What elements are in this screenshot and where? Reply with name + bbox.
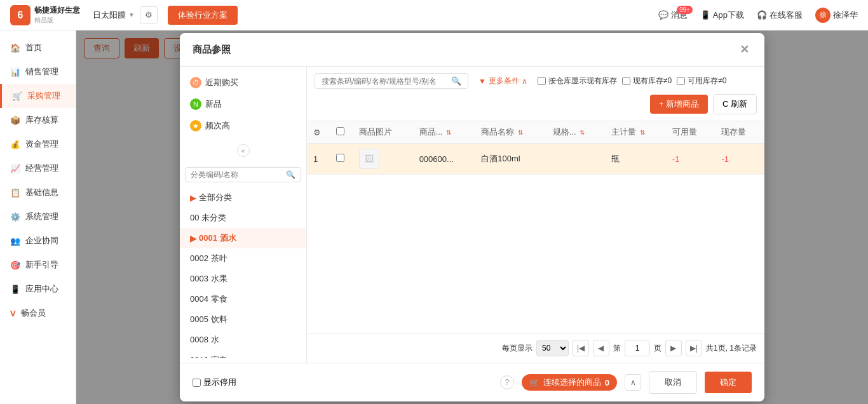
avatar: 徐 — [815, 8, 831, 23]
sidebar-item-inventory[interactable]: 📦 库存核算 — [0, 108, 76, 132]
category-0004[interactable]: 0004 零食 — [180, 289, 306, 309]
next-page-button[interactable]: ▶ — [665, 340, 682, 356]
show-disabled-input[interactable] — [193, 379, 201, 387]
vip-icon: V — [10, 309, 16, 318]
category-search[interactable]: 🔍 — [185, 167, 301, 182]
category-0008[interactable]: 0008 水 — [180, 330, 306, 350]
message-icon: 💬 — [658, 10, 668, 20]
category-list: ▶ 全部分类 00 未分类 ▶ 0001 酒水 0002 茶 — [180, 187, 306, 358]
per-page-select[interactable]: 50 100 — [536, 340, 569, 356]
category-all[interactable]: ▶ 全部分类 — [180, 187, 306, 208]
cart-select-button[interactable]: 🛒 连续选择的商品 0 — [522, 374, 617, 391]
col-name[interactable]: 商品名称 ⇅ — [475, 121, 546, 144]
modal-overlay: 商品参照 ✕ ⏱ 近期购买 N 新品 — [76, 30, 868, 404]
select-all-checkbox[interactable] — [336, 127, 344, 135]
col-settings[interactable]: ⚙ — [307, 121, 330, 144]
messages-button[interactable]: 💬 消息 99+ — [658, 10, 688, 21]
sidebar-item-sales[interactable]: 📊 销售管理 — [0, 60, 76, 84]
sidebar-item-purchase[interactable]: 🛒 采购管理 — [0, 84, 76, 108]
col-spec[interactable]: 规格... ⇅ — [546, 121, 606, 144]
col-available: 可用量 — [666, 121, 715, 144]
store-selector-arrow: ▼ — [128, 11, 135, 18]
category-0005[interactable]: 0005 饮料 — [180, 309, 306, 330]
row-checkbox[interactable] — [336, 154, 344, 162]
product-search-input[interactable] — [322, 77, 449, 86]
sidebar-item-guide[interactable]: 🎯 新手引导 — [0, 253, 76, 277]
product-search-icon[interactable]: 🔍 — [451, 76, 461, 86]
quick-frequent[interactable]: ★ 频次高 — [182, 116, 304, 136]
logo-text: 畅捷通好生意 精品版 — [34, 5, 80, 25]
first-page-button[interactable]: |◀ — [573, 340, 589, 356]
quick-new[interactable]: N 新品 — [182, 94, 304, 114]
checkbox-stock-nonzero[interactable]: 现有库存≠0 — [622, 76, 672, 86]
quick-recent[interactable]: ⏱ 近期购买 — [182, 72, 304, 93]
add-product-button[interactable]: + 新增商品 — [650, 95, 708, 114]
system-icon: ⚙️ — [10, 212, 20, 222]
settings-col-icon: ⚙ — [313, 128, 321, 137]
category-search-input[interactable] — [191, 170, 286, 179]
sidebar-item-system[interactable]: ⚙️ 系统管理 — [0, 205, 76, 229]
modal-body: ⏱ 近期购买 N 新品 ★ 频次高 « — [180, 67, 764, 363]
operations-icon: 📈 — [10, 164, 20, 173]
sidebar-item-finance[interactable]: 💰 资金管理 — [0, 132, 76, 156]
pagination: 每页显示 50 100 |◀ ◀ 第 页 ▶ ▶| — [307, 333, 764, 363]
sidebar-item-collab[interactable]: 👥 企业协同 — [0, 229, 76, 253]
filter-button[interactable]: ▼ 更多条件 ∧ — [473, 73, 532, 89]
product-search-bar[interactable]: 🔍 — [315, 73, 468, 89]
category-00[interactable]: 00 未分类 — [180, 208, 306, 228]
prev-page-button[interactable]: ◀ — [593, 340, 609, 356]
collapse-up-button[interactable]: ∧ — [625, 374, 641, 391]
cart-icon: 🛒 — [529, 378, 539, 387]
category-0002[interactable]: 0002 茶叶 — [180, 248, 306, 269]
settings-button[interactable]: ⚙ — [140, 6, 158, 24]
sidebar-item-operations[interactable]: 📈 经营管理 — [0, 156, 76, 180]
sidebar: 🏠 首页 📊 销售管理 🛒 采购管理 📦 库存核算 💰 资金管理 📈 经营管理 … — [0, 30, 76, 404]
checkbox-available-nonzero[interactable]: 可用库存≠0 — [677, 76, 726, 86]
sort-code-icon: ⇅ — [446, 129, 451, 136]
category-search-icon[interactable]: 🔍 — [286, 170, 295, 179]
col-checkbox[interactable] — [330, 121, 353, 144]
sidebar-item-basic[interactable]: 📋 基础信息 — [0, 180, 76, 205]
category-0003[interactable]: 0003 水果 — [180, 269, 306, 289]
purchase-icon: 🛒 — [12, 91, 22, 101]
show-disabled-checkbox[interactable]: 显示停用 — [193, 377, 236, 388]
store-selector[interactable]: 日太阳膜 ▼ — [93, 10, 135, 21]
cell-stock: -1 — [715, 144, 764, 175]
appdownload-button[interactable]: 📱 App下载 — [700, 10, 744, 21]
sort-name-icon: ⇅ — [518, 129, 523, 136]
cell-checkbox[interactable] — [330, 144, 353, 175]
collapse-button[interactable]: « — [237, 144, 250, 157]
table-row[interactable]: 1 🖼 — [307, 144, 764, 175]
confirm-button[interactable]: 确定 — [705, 372, 752, 393]
checkbox-available-input[interactable] — [677, 77, 685, 85]
sidebar-item-vip[interactable]: V 畅会员 — [0, 301, 76, 325]
cta-button[interactable]: 体验行业方案 — [168, 6, 238, 25]
home-icon: 🏠 — [10, 43, 20, 53]
category-all-arrow: ▶ — [190, 193, 196, 203]
cell-num: 1 — [307, 144, 330, 175]
page-input[interactable] — [625, 340, 650, 356]
image-placeholder-icon: 🖼 — [365, 154, 374, 164]
last-page-button[interactable]: ▶| — [686, 340, 702, 356]
cancel-button[interactable]: 取消 — [649, 371, 697, 394]
cell-available: -1 — [666, 144, 715, 175]
checkbox-stock-input[interactable] — [622, 77, 630, 85]
modal-close-button[interactable]: ✕ — [736, 42, 752, 57]
phone-icon: 📱 — [700, 10, 710, 20]
user-button[interactable]: 徐 徐泽华 — [815, 8, 858, 23]
checkbox-warehouse-input[interactable] — [538, 77, 546, 85]
refresh-button[interactable]: C 刷新 — [713, 94, 757, 114]
col-unit[interactable]: 主计量 ⇅ — [605, 121, 665, 144]
cell-image: 🖼 — [353, 144, 413, 175]
col-code[interactable]: 商品... ⇅ — [413, 121, 475, 144]
checkbox-warehouse[interactable]: 按仓库显示现有库存 — [538, 76, 617, 86]
category-0010[interactable]: 0010 家电 — [180, 350, 306, 358]
clock-icon: ⏱ — [190, 77, 201, 88]
store-name: 日太阳膜 — [93, 10, 126, 21]
help-button[interactable]: ? — [500, 375, 514, 389]
category-0001[interactable]: ▶ 0001 酒水 — [180, 228, 306, 248]
service-button[interactable]: 🎧 在线客服 — [757, 10, 803, 21]
sidebar-item-apps[interactable]: 📱 应用中心 — [0, 277, 76, 301]
sidebar-item-home[interactable]: 🏠 首页 — [0, 36, 76, 60]
main-layout: 🏠 首页 📊 销售管理 🛒 采购管理 📦 库存核算 💰 资金管理 📈 经营管理 … — [0, 30, 868, 404]
